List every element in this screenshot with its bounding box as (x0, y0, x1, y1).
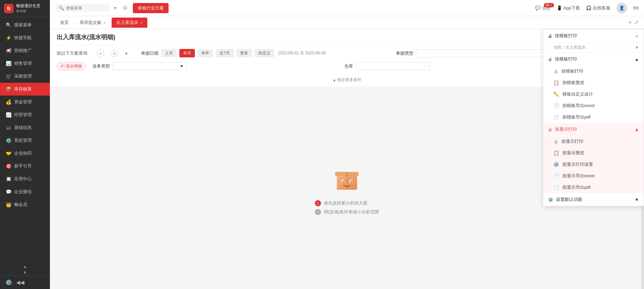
empty-state: 1 请先选择要分析的方案 2 用[选项]条件来缩小分析范围 (315, 161, 379, 215)
dropdown-item-display-settings[interactable]: ⚙️ 按显示打印设置 (543, 159, 644, 170)
display-print-section-icon: 🖨 (548, 127, 552, 132)
tab-batch[interactable]: 库存批次账× (75, 18, 110, 28)
sidebar-scroll-down[interactable]: ▼ (0, 269, 50, 275)
date-filter-btn-更多[interactable]: 更多 (236, 49, 252, 57)
tab-maximize-btn[interactable]: ⤢ (634, 19, 639, 26)
date-filter-label: 单据日期 (141, 50, 158, 56)
logo-text: 畅捷通好生意 (16, 3, 40, 9)
logo-sub: 标准版 (16, 9, 40, 14)
sidebar-icon-guide: 🎯 (5, 163, 11, 169)
sidebar-item-inventory[interactable]: 📦 库存核算 (0, 83, 50, 96)
date-filter-btn-本年[interactable]: 本年 (198, 49, 213, 57)
default-section-chevron: ▼ (635, 197, 639, 202)
sidebar-icon-quick-nav: ⚡ (5, 35, 11, 41)
sidebar-item-search[interactable]: 🔍 搜索菜单 (0, 19, 50, 31)
dropdown-item-display-print[interactable]: 🖨 按显示打印 (543, 136, 644, 147)
filter-add-btn[interactable]: + (97, 50, 104, 57)
sidebar-item-basic[interactable]: 🗂 基础信息 (0, 121, 50, 134)
quick-tag-icon: 🏷 (60, 64, 64, 69)
avatar-icon: 👤 (619, 5, 624, 10)
search-input[interactable] (66, 6, 106, 10)
topbar-gear-icon[interactable]: ⚙ (121, 3, 129, 12)
sidebar-item-wechat[interactable]: 💬 企业微信 (0, 185, 50, 198)
dropdown-current-chevron[interactable]: ▼ (635, 45, 639, 50)
biztype-input[interactable]: ▼ (113, 62, 187, 70)
sidebar-scroll-up[interactable]: ▲ (0, 263, 50, 269)
tab-flow[interactable]: 出入库流水× (112, 18, 147, 28)
dropdown-default-section-header[interactable]: ⚙️ 设置默认功能 ▼ (543, 193, 644, 206)
app-label: App下载 (563, 5, 580, 11)
hint-num-1: 1 (315, 200, 321, 206)
sidebar-item-operation[interactable]: 📈 经营管理 (0, 108, 50, 121)
sidebar-label-search: 搜索菜单 (14, 22, 32, 28)
username-label[interactable]: Rit (633, 5, 639, 10)
dropdown-item-template-pdf[interactable]: 📄 按模板导出pdf (543, 111, 644, 123)
sidebar-collapse-btn[interactable]: ◀◀ (16, 279, 24, 286)
page-wrapper: 出入库流水(流水明细) 🖨 按模板打印 ▲ ⬆ 导出 ↻ 刷新 (50, 29, 644, 289)
dropdown-item-display-excel[interactable]: 📄 按显示导出excel (543, 170, 644, 182)
sidebar-item-app-center[interactable]: 🔲 应用中心 (0, 173, 50, 185)
sidebar-icon-app-center: 🔲 (5, 176, 11, 182)
sidebar-icon-finance: 💰 (5, 99, 11, 105)
search-icon: 🔍 (59, 5, 64, 10)
sidebar-item-vip[interactable]: 👑 畅会员 (0, 198, 50, 211)
date-filter-btn-近7天[interactable]: 近7天 (216, 49, 234, 57)
topbar: 🔍 ▼ ⚙ 体验行业方案 💬 消息 99 + 📱 App下载 🎧 在线客服 👤 (50, 0, 644, 16)
topbar-chevron-icon[interactable]: ▼ (113, 6, 117, 10)
dropdown-display-section-header[interactable]: 🖨 按显示打印 ▲ (543, 123, 644, 136)
dropdown-item-display-pdf[interactable]: 📄 按显示导出pdf (543, 182, 644, 193)
topbar-search-box[interactable]: 🔍 (55, 4, 109, 12)
empty-hint-2: 2 用[选项]条件来缩小分析范围 (315, 209, 379, 215)
dropdown-main-chevron[interactable]: ▲ (635, 33, 639, 38)
biztype-dropdown-icon: ▼ (180, 64, 184, 69)
date-filter-btn-自定义[interactable]: 自定义 (255, 49, 274, 57)
sidebar-label-vip: 畅会员 (14, 202, 27, 208)
tab-close-all-btn[interactable]: × (628, 20, 632, 26)
filter-collapse-icon[interactable]: « (125, 51, 127, 56)
sidebar-item-marketing[interactable]: 📢 营销推广 (0, 44, 50, 57)
sidebar-label-system: 系统管理 (14, 137, 32, 143)
item-disp-settings-icon: ⚙️ (553, 162, 559, 167)
sidebar-item-purchase[interactable]: 🛒 采购管理 (0, 70, 50, 83)
tab-close-flow[interactable]: × (140, 21, 142, 25)
sidebar-item-guide[interactable]: 🎯 新手引导 (0, 160, 50, 173)
item-preview-icon: 📋 (553, 80, 559, 85)
date-range-label: 2023-06-01 至 2023-06-30 (278, 50, 326, 56)
dropdown-print-icon: 🖨 (548, 33, 552, 38)
dropdown-template-section-header[interactable]: 🖨 按模板打印 ▲ (543, 53, 644, 65)
tab-close-batch[interactable]: × (104, 21, 106, 25)
dropdown-item-template-print[interactable]: 🖨 按模板打印 (543, 65, 644, 77)
collapse-btn[interactable]: ▲ 收起更多条件 (332, 77, 361, 83)
warehouse-input[interactable]: ··· (356, 62, 430, 70)
sidebar-icon-vip: 👑 (5, 202, 11, 208)
service-label: 在线客服 (593, 5, 610, 11)
sidebar-item-sales[interactable]: 📊 销售管理 (0, 57, 50, 70)
sidebar-icon-sales: 📊 (5, 60, 11, 67)
dropdown-item-template-excel[interactable]: 📄 按模板导出excel (543, 100, 644, 111)
dropdown-current-label: 当前：出入库流水 (553, 45, 586, 50)
user-avatar[interactable]: 👤 (616, 3, 627, 14)
sidebar-settings-btn[interactable]: ⚙️ (5, 279, 12, 286)
sidebar-icon-search: 🔍 (5, 22, 11, 28)
notice-button[interactable]: 💬 消息 99 + (535, 5, 551, 11)
online-service-button[interactable]: 🎧 在线客服 (586, 5, 610, 11)
biztype-filter-label: 业务类型 (92, 63, 110, 69)
tab-home[interactable]: 首页 (55, 18, 74, 28)
dropdown-item-template-custom[interactable]: ✏️ 模板自定义设计 (543, 88, 644, 100)
notice-badge: 99 + (544, 3, 554, 7)
sidebar-item-system[interactable]: ⚙️ 系统管理 (0, 134, 50, 147)
dropdown-item-display-preview[interactable]: 📋 按显示预览 (543, 147, 644, 159)
collapse-up-icon: ▲ (332, 78, 336, 82)
date-filter-btn-上月[interactable]: 上月 (161, 49, 177, 57)
template-print-section-icon: 🖨 (548, 57, 552, 62)
quick-tag[interactable]: 🏷 流水明细 (57, 62, 86, 70)
sidebar-item-quick-nav[interactable]: ⚡ 快捷导航 (0, 31, 50, 44)
filter-settings-btn[interactable]: ⊙ (111, 50, 118, 57)
date-filter-btn-本月[interactable]: 本月 (179, 49, 195, 57)
item-display-excel-label: 按显示导出excel (562, 173, 594, 179)
sidebar-item-finance[interactable]: 💰 资金管理 (0, 96, 50, 108)
app-download-button[interactable]: 📱 App下载 (557, 5, 580, 11)
industry-solution-button[interactable]: 体验行业方案 (133, 3, 169, 13)
dropdown-item-template-preview[interactable]: 📋 按模板预览 (543, 77, 644, 88)
sidebar-item-collab[interactable]: 🤝 企业协同 (0, 147, 50, 160)
